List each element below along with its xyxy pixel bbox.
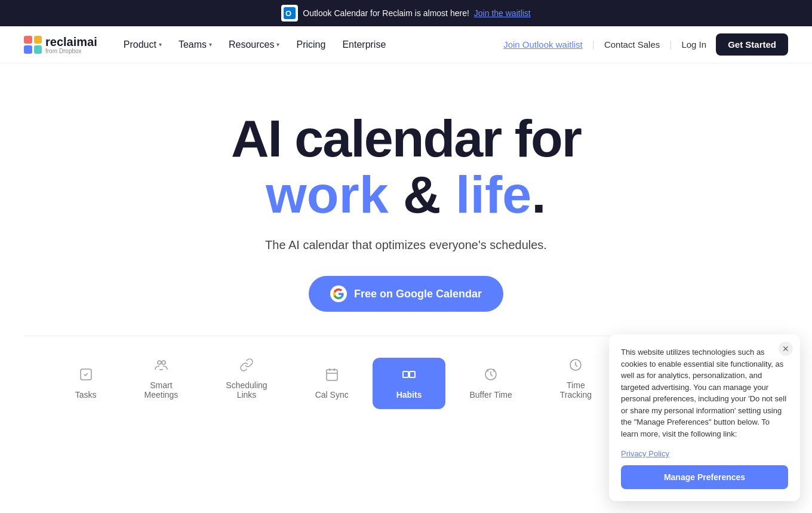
svg-point-4: [162, 361, 165, 364]
scheduling-links-icon: [239, 358, 254, 376]
buffer-time-icon: [484, 367, 498, 385]
navbar: reclaimai from Dropbox Product ▾ Teams ▾…: [0, 26, 812, 63]
google-cta-button[interactable]: Free on Google Calendar: [309, 276, 503, 312]
scheduling-links-label: SchedulingLinks: [226, 380, 267, 400]
cookie-text: This website utilizes technologies such …: [621, 346, 788, 440]
feature-cal-sync[interactable]: Cal Sync: [291, 358, 373, 409]
cookie-banner: ✕ This website utilizes technologies suc…: [609, 334, 800, 445]
top-banner: O Outlook Calendar for Reclaim is almost…: [0, 0, 812, 26]
cal-sync-icon: [325, 367, 339, 385]
hero-life: life: [456, 165, 531, 224]
feature-tasks[interactable]: Tasks: [51, 358, 121, 409]
svg-point-3: [158, 361, 161, 364]
feature-buffer-time[interactable]: Buffer Time: [445, 358, 536, 409]
svg-rect-10: [410, 371, 415, 377]
teams-chevron: ▾: [209, 41, 212, 48]
svg-rect-5: [327, 370, 337, 380]
hero-dot: .: [531, 165, 546, 224]
nav-menu: Product ▾ Teams ▾ Resources ▾ Pricing En…: [116, 35, 393, 55]
logo-text: reclaimai: [45, 35, 97, 49]
hero-title-line1: AI calendar for: [24, 111, 788, 166]
smart-meetings-icon: [154, 358, 168, 376]
tasks-label: Tasks: [75, 390, 97, 400]
logo-icon: [24, 36, 42, 54]
feature-smart-meetings[interactable]: SmartMeetings: [121, 348, 202, 409]
hero-amp: &: [389, 165, 456, 224]
outlook-icon: O: [281, 5, 298, 21]
nav-pricing[interactable]: Pricing: [289, 35, 333, 55]
habits-label: Habits: [396, 390, 422, 400]
login-link[interactable]: Log In: [681, 39, 706, 50]
cal-sync-label: Cal Sync: [315, 390, 349, 400]
nav-divider2: |: [669, 39, 672, 50]
tasks-icon: [79, 367, 93, 385]
time-tracking-label: TimeTracking: [560, 380, 592, 400]
smart-meetings-label: SmartMeetings: [144, 380, 179, 400]
google-icon: [330, 285, 347, 302]
cookie-close-button[interactable]: ✕: [779, 342, 793, 356]
feature-habits[interactable]: Habits: [373, 358, 446, 409]
get-started-button[interactable]: Get Started: [716, 33, 788, 56]
nav-divider: |: [592, 39, 595, 50]
habits-icon: [402, 367, 416, 385]
nav-left: reclaimai from Dropbox Product ▾ Teams ▾…: [24, 35, 393, 55]
nav-right: Join Outlook waitlist | Contact Sales | …: [503, 33, 788, 56]
hero-work: work: [266, 165, 388, 224]
nav-enterprise[interactable]: Enterprise: [335, 35, 393, 55]
product-chevron: ▾: [159, 41, 162, 48]
svg-text:O: O: [285, 9, 291, 18]
join-outlook-link[interactable]: Join Outlook waitlist: [503, 39, 583, 50]
hero-title-line2: work & life.: [24, 166, 788, 224]
banner-text: Outlook Calendar for Reclaim is almost h…: [303, 8, 469, 18]
resources-chevron: ▾: [276, 41, 279, 48]
nav-teams[interactable]: Teams ▾: [171, 35, 219, 55]
nav-product[interactable]: Product ▾: [116, 35, 169, 55]
nav-resources[interactable]: Resources ▾: [222, 35, 287, 55]
buffer-time-label: Buffer Time: [469, 390, 512, 400]
logo[interactable]: reclaimai from Dropbox: [24, 35, 97, 54]
feature-scheduling-links[interactable]: SchedulingLinks: [202, 348, 291, 409]
svg-rect-9: [403, 371, 408, 377]
feature-time-tracking[interactable]: TimeTracking: [536, 348, 616, 409]
banner-link[interactable]: Join the waitlist: [474, 8, 531, 18]
google-cta-label: Free on Google Calendar: [354, 288, 482, 300]
time-tracking-icon: [568, 358, 583, 376]
hero-subtitle: The AI calendar that optimizes everyone'…: [24, 238, 788, 252]
contact-sales-link[interactable]: Contact Sales: [604, 39, 660, 50]
